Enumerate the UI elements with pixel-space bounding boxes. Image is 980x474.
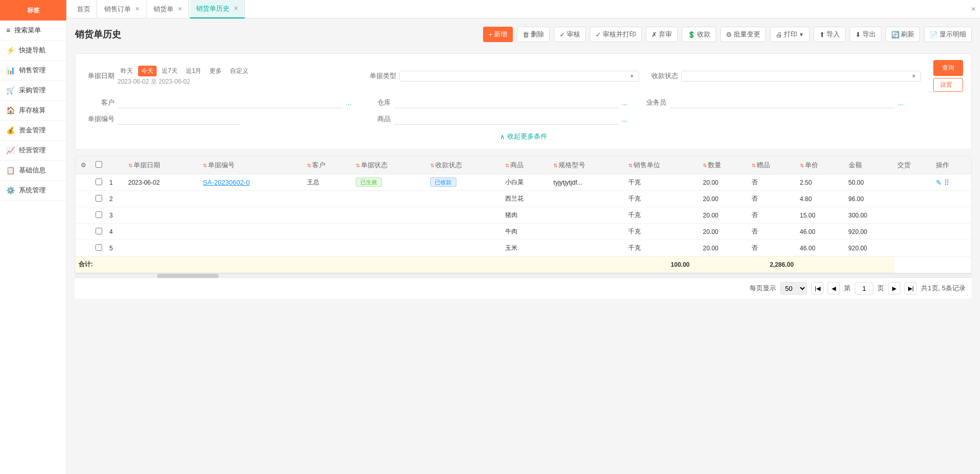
row-checkbox-cell[interactable] <box>91 174 106 191</box>
warehouse-input[interactable] <box>394 97 619 108</box>
last-page-button[interactable]: ▶| <box>905 282 917 294</box>
tab-sales-history[interactable]: 销货单历史 ✕ <box>190 0 245 18</box>
abandon-button[interactable]: ✗ 弃审 <box>646 27 678 42</box>
delete-button[interactable]: 🗑 删除 <box>517 27 550 42</box>
col-checkbox[interactable] <box>91 156 106 174</box>
scrollbar-thumb[interactable] <box>157 274 219 278</box>
date-tab-today[interactable]: 今天 <box>138 66 157 76</box>
page-number-input[interactable] <box>855 282 873 294</box>
goods-picker-icon[interactable]: ... <box>622 115 628 123</box>
row-checkbox[interactable] <box>95 211 102 218</box>
row-checkbox-cell[interactable] <box>91 191 106 207</box>
sidebar-item-sys-mgmt[interactable]: ⚙️ 系统管理 <box>0 181 66 201</box>
row-action <box>933 224 971 240</box>
date-tab-7days[interactable]: 近7天 <box>159 66 181 76</box>
salesperson-input[interactable] <box>669 97 895 108</box>
delete-icon: 🗑 <box>523 31 529 38</box>
col-price[interactable]: ⇅单价 <box>797 156 845 174</box>
new-button[interactable]: + 新增 <box>483 27 513 42</box>
sidebar-item-purchase-mgmt[interactable]: 🛒 采购管理 <box>0 81 66 101</box>
horizontal-scrollbar[interactable] <box>75 273 972 278</box>
row-doc-no[interactable] <box>200 224 304 240</box>
sidebar-item-quick-nav[interactable]: ⚡ 快捷导航 <box>0 41 66 61</box>
row-checkbox[interactable] <box>95 195 102 202</box>
sidebar-item-basic-info[interactable]: 📋 基础信息 <box>0 161 66 181</box>
date-tab-yesterday[interactable]: 昨天 <box>118 66 136 76</box>
col-goods[interactable]: ⇅商品 <box>502 156 550 174</box>
customer-picker-icon[interactable]: ... <box>346 99 352 107</box>
row-checkbox[interactable] <box>95 244 102 251</box>
sort-icon: ⇅ <box>703 163 707 168</box>
audit-print-button[interactable]: ✓ 审核并打印 <box>590 27 642 42</box>
query-button[interactable]: 查询 <box>933 60 963 76</box>
doc-no-input[interactable] <box>118 113 241 125</box>
more-icon[interactable]: ⠿ <box>944 179 949 187</box>
row-price: 4.80 <box>797 191 845 207</box>
col-qty[interactable]: ⇅数量 <box>700 156 748 174</box>
date-tab-1month[interactable]: 近1月 <box>183 66 205 76</box>
next-page-button[interactable]: ▶ <box>888 282 900 294</box>
sidebar-item-inventory-calc[interactable]: 🏠 库存核算 <box>0 101 66 121</box>
row-doc-no[interactable] <box>200 207 304 224</box>
tab-sales-delivery[interactable]: 销货单 ✕ <box>147 0 189 18</box>
abandon-icon: ✗ <box>651 31 657 38</box>
col-receive-status[interactable]: ⇅收款状态 <box>427 156 502 174</box>
doc-type-select[interactable]: ▼ <box>399 71 639 82</box>
col-doc-status[interactable]: ⇅单据状态 <box>353 156 428 174</box>
collapse-button[interactable]: ∧ 收起更多条件 <box>84 130 963 143</box>
audit-button[interactable]: ✓ 审核 <box>554 27 586 42</box>
export-button[interactable]: ⬇ 导出 <box>850 27 881 42</box>
sidebar-item-ops-mgmt[interactable]: 📈 经营管理 <box>0 141 66 161</box>
date-tab-custom[interactable]: 自定义 <box>227 66 252 76</box>
sidebar-item-fund-mgmt[interactable]: 💰 资金管理 <box>0 121 66 141</box>
col-doc-no[interactable]: ⇅单据编号 <box>200 156 304 174</box>
row-checkbox[interactable] <box>95 228 102 234</box>
sidebar-logo: 标签 <box>0 0 66 21</box>
row-doc-no[interactable] <box>200 240 304 256</box>
show-details-button[interactable]: 📄 显示明细 <box>924 27 972 42</box>
col-unit[interactable]: ⇅销售单位 <box>625 156 700 174</box>
select-all-checkbox[interactable] <box>95 161 102 168</box>
sidebar-item-label: 系统管理 <box>19 186 46 195</box>
setting-button[interactable]: 设置 <box>933 78 963 92</box>
row-checkbox[interactable] <box>95 179 102 185</box>
row-checkbox-cell[interactable] <box>91 224 106 240</box>
edit-icon[interactable]: ✎ <box>936 179 942 187</box>
doc-no-link[interactable]: SA-20230602-0 <box>203 179 249 186</box>
table-row: 5 玉米 千克 20.00 否 46.00 920.00 <box>75 240 971 256</box>
date-tab-more[interactable]: 更多 <box>206 66 225 76</box>
refresh-button[interactable]: 🔄 刷新 <box>886 27 920 42</box>
tab-sales-delivery-close[interactable]: ✕ <box>178 6 182 12</box>
sidebar-item-sales-mgmt[interactable]: 📊 销售管理 <box>0 61 66 81</box>
warehouse-picker-icon[interactable]: ... <box>622 99 628 107</box>
row-checkbox-cell[interactable] <box>91 207 106 224</box>
tab-sales-order[interactable]: 销售订单 ✕ <box>98 0 146 18</box>
receive-status-select[interactable]: ▼ <box>681 71 921 82</box>
sidebar-item-search-menu[interactable]: ≡ 搜索菜单 <box>0 21 66 41</box>
row-doc-no[interactable] <box>200 191 304 207</box>
row-checkbox-cell[interactable] <box>91 240 106 256</box>
print-button[interactable]: 🖨 打印 ▼ <box>770 27 810 42</box>
col-gear[interactable]: ⚙ <box>75 156 91 174</box>
col-spec[interactable]: ⇅规格型号 <box>550 156 625 174</box>
sort-icon: ⇅ <box>553 163 558 168</box>
customer-input[interactable] <box>118 97 343 108</box>
import-button[interactable]: ⬆ 导入 <box>814 27 846 42</box>
salesperson-picker-icon[interactable]: ... <box>898 99 904 107</box>
row-transaction <box>894 224 933 240</box>
goods-input[interactable] <box>394 113 619 125</box>
tab-home[interactable]: 首页 <box>71 0 97 18</box>
tab-sales-history-close[interactable]: ✕ <box>234 5 238 12</box>
receive-button[interactable]: 💲 收款 <box>682 27 716 42</box>
row-doc-no[interactable]: SA-20230602-0 <box>200 174 304 191</box>
close-all-tabs[interactable]: ✕ <box>971 6 976 13</box>
first-page-button[interactable]: |◀ <box>811 282 823 294</box>
prev-page-button[interactable]: ◀ <box>828 282 840 294</box>
col-date[interactable]: ⇅单据日期 <box>125 156 200 174</box>
row-action <box>933 240 971 256</box>
col-gift[interactable]: ⇅赠品 <box>748 156 797 174</box>
batch-change-button[interactable]: ⚙ 批量变更 <box>720 27 766 42</box>
per-page-select[interactable]: 50 100 200 <box>780 282 807 294</box>
col-customer[interactable]: ⇅客户 <box>304 156 352 174</box>
tab-sales-order-close[interactable]: ✕ <box>135 6 140 12</box>
